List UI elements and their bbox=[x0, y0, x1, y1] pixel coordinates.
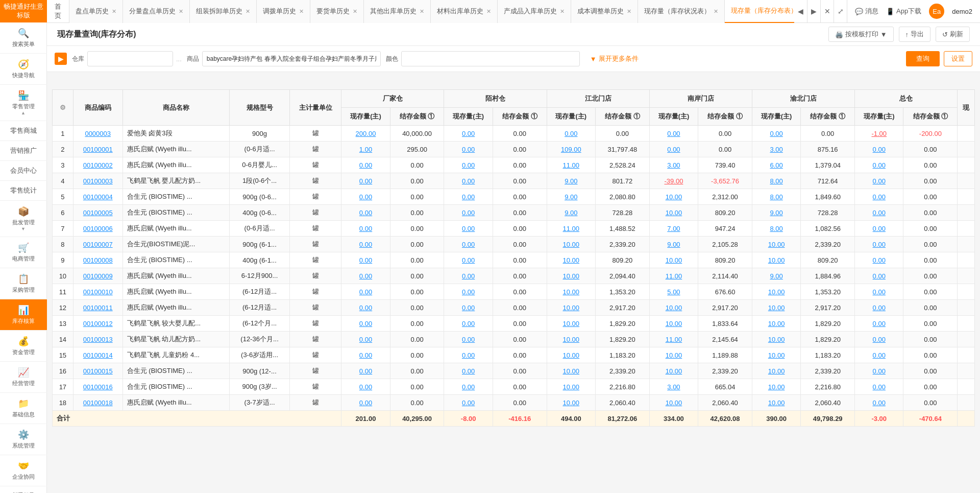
row-cj-stock[interactable]: 1.00 bbox=[341, 142, 390, 157]
row-cj-stock[interactable]: 0.00 bbox=[341, 189, 390, 205]
row-mc-stock[interactable]: 0.00 bbox=[444, 284, 493, 300]
row-code[interactable]: 00100007 bbox=[73, 237, 122, 252]
row-na-stock[interactable]: 9.00 bbox=[649, 237, 698, 252]
message-button[interactable]: 💬 消息 bbox=[855, 7, 878, 16]
row-na-stock[interactable]: 3.00 bbox=[649, 157, 698, 173]
row-na-stock[interactable]: 10.00 bbox=[649, 252, 698, 268]
row-jb-stock[interactable]: 9.00 bbox=[547, 189, 595, 205]
row-code[interactable]: 00100015 bbox=[73, 363, 122, 379]
row-na-stock[interactable]: 10.00 bbox=[649, 395, 698, 411]
row-mc-stock[interactable]: 0.00 bbox=[444, 142, 493, 157]
tab-close-requisition[interactable]: ✕ bbox=[353, 8, 357, 15]
app-download-button[interactable]: 📱 App下载 bbox=[886, 7, 921, 16]
row-total-stock[interactable]: 0.00 bbox=[855, 379, 903, 395]
row-cj-stock[interactable]: 0.00 bbox=[341, 268, 390, 284]
row-yb-stock[interactable]: 9.00 bbox=[752, 268, 800, 284]
row-total-stock[interactable]: 0.00 bbox=[855, 205, 903, 221]
refresh-button[interactable]: ↺ 刷新 bbox=[936, 27, 970, 42]
tab-combo-split[interactable]: 组装拆卸单历史 ✕ bbox=[190, 0, 257, 23]
row-jb-stock[interactable]: 11.00 bbox=[547, 157, 595, 173]
row-na-stock[interactable]: 11.00 bbox=[649, 332, 698, 347]
row-code[interactable]: 00100005 bbox=[73, 205, 122, 221]
row-cj-stock[interactable]: 0.00 bbox=[341, 332, 390, 347]
row-total-stock[interactable]: 0.00 bbox=[855, 221, 903, 237]
row-jb-stock[interactable]: 10.00 bbox=[547, 284, 595, 300]
row-na-stock[interactable]: 10.00 bbox=[649, 347, 698, 363]
th-gear[interactable]: ⚙ bbox=[53, 90, 74, 126]
row-code[interactable]: 00100012 bbox=[73, 316, 122, 332]
row-yb-stock[interactable]: 9.00 bbox=[752, 205, 800, 221]
row-code[interactable]: 00100003 bbox=[73, 173, 122, 189]
tab-next-button[interactable]: ▶ bbox=[807, 0, 821, 23]
row-na-stock[interactable]: 10.00 bbox=[649, 300, 698, 316]
row-mc-stock[interactable]: 0.00 bbox=[444, 316, 493, 332]
row-na-stock[interactable]: 3.00 bbox=[649, 379, 698, 395]
sidebar-item-ecommerce[interactable]: 🛒 电商管理 bbox=[0, 237, 47, 268]
row-na-stock[interactable]: 7.00 bbox=[649, 221, 698, 237]
print-button[interactable]: 🖨️ 按模板打印 ▼ bbox=[828, 27, 894, 42]
product-filter-input[interactable] bbox=[202, 51, 381, 66]
export-button[interactable]: ↑ 导出 bbox=[899, 27, 931, 42]
row-jb-stock[interactable]: 9.00 bbox=[547, 205, 595, 221]
sidebar-item-retail[interactable]: 🏪 零售管理 ▲ bbox=[0, 85, 47, 121]
tab-transfer[interactable]: 调拨单历史 ✕ bbox=[257, 0, 310, 23]
row-jb-stock[interactable]: 10.00 bbox=[547, 300, 595, 316]
row-cj-stock[interactable]: 0.00 bbox=[341, 395, 390, 411]
row-mc-stock[interactable]: 0.00 bbox=[444, 189, 493, 205]
tab-product-in[interactable]: 产成品入库单历史 ✕ bbox=[498, 0, 571, 23]
tab-other-out[interactable]: 其他出库单历史 ✕ bbox=[364, 0, 431, 23]
tab-close-all-button[interactable]: ✕ bbox=[821, 0, 834, 23]
row-yb-stock[interactable]: 0.00 bbox=[752, 126, 800, 142]
row-cj-stock[interactable]: 0.00 bbox=[341, 237, 390, 252]
sidebar-item-inventory[interactable]: 📊 库存核算 bbox=[0, 299, 47, 331]
row-na-stock[interactable]: 10.00 bbox=[649, 189, 698, 205]
sidebar-item-cooperation[interactable]: 🤝 企业协同 bbox=[0, 455, 47, 486]
tab-close-inventory-count[interactable]: ✕ bbox=[112, 8, 116, 15]
warehouse-filter-input[interactable] bbox=[87, 51, 173, 66]
tab-close-sub-count[interactable]: ✕ bbox=[179, 8, 183, 15]
sidebar-item-purchase[interactable]: 📋 采购管理 bbox=[0, 268, 47, 299]
row-total-stock[interactable]: -1.00 bbox=[855, 126, 903, 142]
row-code[interactable]: 00100016 bbox=[73, 379, 122, 395]
row-na-stock[interactable]: 5.00 bbox=[649, 284, 698, 300]
avatar[interactable]: Ea bbox=[929, 4, 944, 19]
row-code[interactable]: 00100002 bbox=[73, 157, 122, 173]
row-cj-stock[interactable]: 0.00 bbox=[341, 284, 390, 300]
row-jb-stock[interactable]: 10.00 bbox=[547, 395, 595, 411]
sidebar-item-guide[interactable]: 新手引导 bbox=[0, 486, 47, 493]
row-code[interactable]: 0000003 bbox=[73, 126, 122, 142]
row-code[interactable]: 00100009 bbox=[73, 268, 122, 284]
tab-inventory-count[interactable]: 盘点单历史 ✕ bbox=[69, 0, 123, 23]
row-total-stock[interactable]: 0.00 bbox=[855, 252, 903, 268]
row-yb-stock[interactable]: 10.00 bbox=[752, 332, 800, 347]
row-mc-stock[interactable]: 0.00 bbox=[444, 379, 493, 395]
sidebar-item-retail-store[interactable]: 零售商城 bbox=[0, 121, 47, 141]
row-total-stock[interactable]: 0.00 bbox=[855, 332, 903, 347]
row-yb-stock[interactable]: 10.00 bbox=[752, 300, 800, 316]
row-yb-stock[interactable]: 3.00 bbox=[752, 142, 800, 157]
row-code[interactable]: 00100010 bbox=[73, 284, 122, 300]
row-cj-stock[interactable]: 0.00 bbox=[341, 221, 390, 237]
row-na-stock[interactable]: 10.00 bbox=[649, 316, 698, 332]
tab-material-out[interactable]: 材料出库单历史 ✕ bbox=[431, 0, 498, 23]
row-code[interactable]: 00100011 bbox=[73, 300, 122, 316]
settings-button[interactable]: 设置 bbox=[944, 51, 972, 66]
row-total-stock[interactable]: 0.00 bbox=[855, 189, 903, 205]
tab-sub-count[interactable]: 分量盘点单历史 ✕ bbox=[123, 0, 190, 23]
row-mc-stock[interactable]: 0.00 bbox=[444, 173, 493, 189]
row-yb-stock[interactable]: 10.00 bbox=[752, 347, 800, 363]
row-cj-stock[interactable]: 0.00 bbox=[341, 252, 390, 268]
tab-requisition[interactable]: 要货单历史 ✕ bbox=[310, 0, 364, 23]
sidebar-item-member[interactable]: 会员中心 bbox=[0, 161, 47, 181]
row-cj-stock[interactable]: 0.00 bbox=[341, 173, 390, 189]
sidebar-item-marketing[interactable]: 营销推广 bbox=[0, 141, 47, 161]
row-mc-stock[interactable]: 0.00 bbox=[444, 157, 493, 173]
sidebar-item-basic[interactable]: 📁 基础信息 bbox=[0, 393, 47, 424]
row-cj-stock[interactable]: 0.00 bbox=[341, 363, 390, 379]
row-jb-stock[interactable]: 10.00 bbox=[547, 347, 595, 363]
row-total-stock[interactable]: 0.00 bbox=[855, 347, 903, 363]
row-mc-stock[interactable]: 0.00 bbox=[444, 126, 493, 142]
sidebar-item-search[interactable]: 🔍 搜索英单 bbox=[0, 22, 47, 54]
tab-stock-dist[interactable]: 现存量（库存分布表） ✕ bbox=[725, 0, 794, 23]
row-yb-stock[interactable]: 8.00 bbox=[752, 189, 800, 205]
